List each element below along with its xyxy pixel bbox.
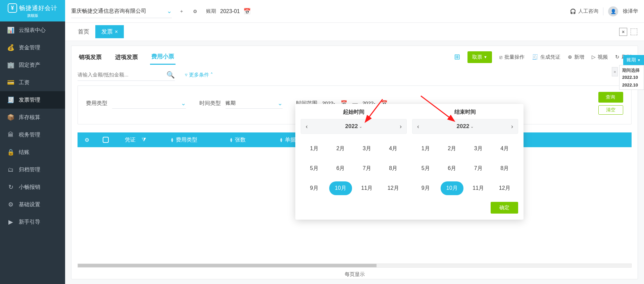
list-icon: ⎚ — [499, 54, 502, 60]
month-option[interactable]: 8月 — [493, 162, 516, 175]
start-title: 起始时间 — [301, 109, 407, 116]
expense-type-select[interactable]: ⌄ — [112, 98, 186, 109]
divider — [603, 7, 603, 15]
month-option[interactable]: 5月 — [414, 162, 437, 175]
subtab-expense[interactable]: 费用小票 — [150, 49, 176, 65]
search-input-wrap: 🔍 — [78, 69, 175, 81]
close-icon[interactable]: × — [115, 29, 118, 35]
card-icon: 💳 — [7, 79, 14, 86]
nav-cloud-report[interactable]: 📊云报表中心 — [0, 21, 65, 39]
edition-label: 旗舰版 — [27, 13, 38, 18]
nav-fixed-asset[interactable]: 🏢固定资产 — [0, 56, 65, 74]
company-select[interactable]: 重庆畅捷交通信息咨询有限公司 ⌄ — [71, 5, 172, 18]
time-type-select[interactable]: 账期⌄ — [226, 98, 283, 109]
month-option[interactable]: 6月 — [329, 162, 352, 175]
nav-salary[interactable]: 💳工资 — [0, 74, 65, 91]
avatar[interactable]: 👤 — [608, 6, 618, 16]
year-select[interactable]: 2022⌄ — [345, 123, 362, 130]
th-type[interactable]: ▲▼费用类型 — [155, 136, 212, 144]
period-panel: 期间选择 2022.10 2022.10 — [619, 65, 644, 90]
period-start[interactable]: 2022.10 — [622, 75, 641, 80]
month-option[interactable]: 11月 — [467, 181, 490, 195]
company-name: 重庆畅捷交通信息咨询有限公司 — [71, 8, 146, 15]
month-option[interactable]: 12月 — [382, 181, 405, 195]
nav-fund[interactable]: 💰资金管理 — [0, 39, 65, 56]
nav-guide[interactable]: ▶新手引导 — [0, 213, 65, 231]
tax-icon: 🏛 — [7, 131, 14, 138]
month-option[interactable]: 2月 — [329, 142, 352, 156]
prev-year-button[interactable]: ‹ — [417, 123, 419, 130]
gen-voucher-button[interactable]: 🧾生成凭证 — [532, 54, 560, 60]
settings-button[interactable]: ⚙ — [191, 8, 199, 15]
live-consult-button[interactable]: 🎧 人工咨询 — [570, 8, 598, 14]
month-option[interactable]: 4月 — [382, 142, 405, 156]
nav-inventory[interactable]: 📦库存核算 — [0, 109, 65, 126]
username: 徐泽华 — [623, 8, 638, 14]
close-all-button[interactable]: × — [619, 28, 627, 36]
month-option[interactable]: 9月 — [414, 181, 437, 195]
month-option[interactable]: 2月 — [441, 142, 464, 156]
batch-button[interactable]: ⎚批量操作 — [499, 54, 525, 60]
month-option[interactable]: 5月 — [303, 162, 326, 175]
fullscreen-button[interactable] — [631, 29, 637, 35]
expense-type-label: 费用类型 — [86, 100, 107, 107]
month-option[interactable]: 7月 — [355, 162, 379, 175]
tab-invoice[interactable]: 发票 × — [95, 25, 124, 38]
add-button[interactable]: ⊕新增 — [568, 54, 584, 60]
nav-reimburse[interactable]: ↻小畅报销 — [0, 178, 65, 196]
box-icon: 📦 — [7, 114, 14, 121]
th-count[interactable]: ▲▼张数 — [212, 136, 263, 144]
nav-settings[interactable]: ⚙基础设置 — [0, 196, 65, 213]
month-option[interactable]: 1月 — [414, 142, 437, 156]
time-type-label: 时间类型 — [199, 100, 221, 107]
nav-invoice[interactable]: 🧾发票管理 — [0, 91, 65, 109]
th-voucher[interactable]: 凭证⧩ — [115, 136, 155, 144]
calendar-icon[interactable]: 📅 — [243, 8, 251, 15]
logo-mark-icon: ¥ — [8, 3, 17, 13]
sort-icon: ▲▼ — [280, 137, 283, 142]
add-button[interactable]: ＋ — [178, 8, 185, 15]
search-icon[interactable]: 🔍 — [166, 71, 175, 79]
subtab-sales[interactable]: 销项发票 — [78, 50, 103, 64]
sort-icon: ▲▼ — [170, 137, 174, 142]
month-option[interactable]: 3月 — [355, 142, 379, 156]
month-option[interactable]: 8月 — [382, 162, 405, 175]
search-input[interactable] — [78, 72, 166, 77]
next-year-button[interactable]: › — [400, 123, 402, 130]
month-option[interactable]: 10月 — [441, 181, 464, 195]
period-chip[interactable]: 账期▼ — [623, 55, 644, 65]
month-option[interactable]: 11月 — [355, 181, 379, 195]
subtab-purchase[interactable]: 进项发票 — [114, 50, 139, 64]
month-option[interactable]: 12月 — [493, 181, 516, 195]
month-option[interactable]: 9月 — [303, 181, 326, 195]
th-checkbox[interactable] — [96, 137, 115, 143]
nav-archive[interactable]: 🗂归档管理 — [0, 161, 65, 178]
month-option[interactable]: 10月 — [329, 181, 352, 195]
horizontal-scrollbar[interactable] — [78, 264, 632, 268]
confirm-button[interactable]: 确定 — [491, 202, 518, 214]
search-button[interactable]: 查询 — [598, 92, 623, 103]
month-option[interactable]: 4月 — [493, 142, 516, 156]
fetch-button[interactable]: 取票▼ — [467, 51, 492, 63]
tab-home[interactable]: 首页 — [72, 25, 95, 38]
month-option[interactable]: 7月 — [467, 162, 490, 175]
end-months-grid: 1月2月3月4月5月6月7月8月9月10月11月12月 — [412, 134, 518, 198]
clear-button[interactable]: 清空 — [598, 105, 623, 115]
period-end[interactable]: 2022.10 — [622, 82, 641, 88]
collapse-button[interactable]: » — [612, 67, 618, 76]
th-settings[interactable]: ⚙ — [78, 137, 96, 143]
month-option[interactable]: 3月 — [467, 142, 490, 156]
nav-tax[interactable]: 🏛税务管理 — [0, 126, 65, 144]
next-year-button[interactable]: › — [511, 123, 513, 130]
end-title: 结束时间 — [412, 109, 518, 116]
month-option[interactable]: 6月 — [441, 162, 464, 175]
nav-close[interactable]: 🔒结账 — [0, 144, 65, 161]
qr-icon[interactable]: ⊞ — [454, 53, 460, 61]
month-option[interactable]: 1月 — [303, 142, 326, 156]
more-conditions-toggle[interactable]: ▿ 更多条件 ˄ — [185, 72, 213, 78]
year-select[interactable]: 2022⌄ — [457, 123, 474, 130]
video-button[interactable]: ▷视频 — [592, 54, 608, 60]
refresh-icon: ↻ — [7, 184, 14, 190]
filter-icon: ⧩ — [142, 137, 146, 143]
prev-year-button[interactable]: ‹ — [306, 123, 308, 130]
